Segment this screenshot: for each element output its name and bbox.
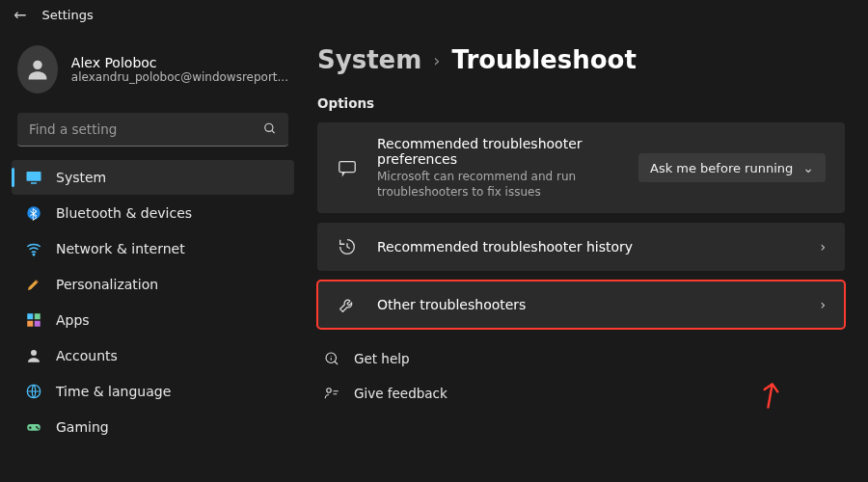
section-label: Options xyxy=(317,95,845,111)
sidebar-item-label: System xyxy=(56,170,106,185)
gamepad-icon xyxy=(25,418,42,436)
svg-point-1 xyxy=(265,123,273,131)
bluetooth-icon xyxy=(25,204,42,222)
sidebar-item-system[interactable]: System xyxy=(12,160,294,195)
person-icon xyxy=(25,347,42,364)
preference-dropdown[interactable]: Ask me before running ⌄ xyxy=(638,153,826,182)
sidebar-item-accounts[interactable]: Accounts xyxy=(12,338,294,373)
svg-line-2 xyxy=(272,130,275,133)
svg-rect-8 xyxy=(35,313,41,319)
sidebar-item-bluetooth[interactable]: Bluetooth & devices xyxy=(12,196,294,230)
svg-point-15 xyxy=(38,428,40,430)
card-title: Recommended troubleshooter preferences xyxy=(377,136,619,167)
svg-point-14 xyxy=(36,426,38,428)
nav-list: System Bluetooth & devices Network & int… xyxy=(12,160,294,444)
sidebar-item-time-language[interactable]: Time & language xyxy=(12,374,294,409)
card-recommended-preferences[interactable]: Recommended troubleshooter preferences M… xyxy=(317,122,845,213)
paintbrush-icon xyxy=(25,276,42,293)
sidebar-item-label: Time & language xyxy=(56,384,171,399)
card-other-troubleshooters[interactable]: Other troubleshooters › xyxy=(317,281,845,329)
sidebar-item-network[interactable]: Network & internet xyxy=(12,231,294,266)
link-get-help[interactable]: Get help xyxy=(317,346,845,371)
svg-rect-4 xyxy=(31,182,37,184)
link-label: Get help xyxy=(354,351,410,366)
card-title: Recommended troubleshooter history xyxy=(377,239,800,254)
breadcrumb: System › Troubleshoot xyxy=(317,45,845,74)
svg-point-18 xyxy=(327,388,332,393)
chevron-down-icon: ⌄ xyxy=(802,160,814,175)
breadcrumb-parent[interactable]: System xyxy=(317,45,421,74)
search-icon xyxy=(263,121,277,138)
back-button[interactable]: ← xyxy=(14,6,26,24)
svg-point-6 xyxy=(33,254,35,255)
wifi-icon xyxy=(25,240,42,257)
chevron-right-icon: › xyxy=(433,50,440,70)
link-give-feedback[interactable]: Give feedback xyxy=(317,381,845,406)
user-account-row[interactable]: Alex Poloboc alexandru_poloboc@windowsre… xyxy=(12,40,294,107)
chevron-right-icon: › xyxy=(820,239,826,254)
sidebar-item-label: Bluetooth & devices xyxy=(56,205,192,221)
card-troubleshooter-history[interactable]: Recommended troubleshooter history › xyxy=(317,223,845,271)
avatar xyxy=(17,45,58,94)
user-email: alexandru_poloboc@windowsreport... xyxy=(71,70,288,84)
sidebar-item-label: Apps xyxy=(56,312,90,328)
sidebar-item-label: Personalization xyxy=(56,277,158,292)
link-label: Give feedback xyxy=(354,386,448,401)
svg-rect-9 xyxy=(27,321,33,327)
sidebar-item-personalization[interactable]: Personalization xyxy=(12,267,294,302)
svg-point-11 xyxy=(31,350,37,356)
svg-rect-10 xyxy=(35,321,41,327)
sidebar: Alex Poloboc alexandru_poloboc@windowsre… xyxy=(0,26,304,482)
display-icon xyxy=(25,169,42,186)
chat-icon xyxy=(337,157,358,178)
apps-icon xyxy=(25,311,42,329)
svg-point-0 xyxy=(33,61,41,69)
search-input[interactable] xyxy=(17,113,288,147)
card-subtitle: Microsoft can recommend and run troubles… xyxy=(377,169,619,200)
history-icon xyxy=(337,236,358,257)
dropdown-value: Ask me before running xyxy=(650,161,793,175)
chevron-right-icon: › xyxy=(820,297,826,312)
sidebar-item-label: Network & internet xyxy=(56,241,185,256)
card-title: Other troubleshooters xyxy=(377,297,800,312)
sidebar-item-label: Gaming xyxy=(56,419,109,435)
sidebar-item-gaming[interactable]: Gaming xyxy=(12,410,294,444)
app-title: Settings xyxy=(41,8,93,22)
svg-rect-16 xyxy=(339,162,356,173)
user-name: Alex Poloboc xyxy=(71,55,288,70)
sidebar-item-label: Accounts xyxy=(56,348,118,363)
sidebar-item-apps[interactable]: Apps xyxy=(12,303,294,337)
globe-clock-icon xyxy=(25,383,42,400)
breadcrumb-current: Troubleshoot xyxy=(452,45,637,74)
svg-rect-7 xyxy=(27,313,33,319)
svg-rect-3 xyxy=(27,172,41,181)
wrench-icon xyxy=(337,294,358,315)
